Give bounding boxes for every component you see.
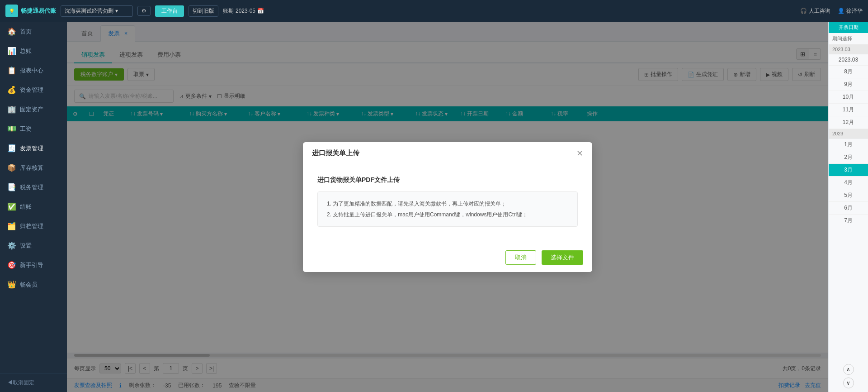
period-section-2023-prev: 2023.03 — [829, 45, 868, 54]
period-item-2023-03[interactable]: 2023.03 — [829, 54, 868, 66]
checkout-icon: ✅ — [7, 202, 16, 211]
period-item-4[interactable]: 4月 — [829, 177, 868, 189]
calendar-icon[interactable]: 📅 — [257, 8, 264, 14]
sidebar-item-funds[interactable]: 💰 资金管理 — [0, 80, 67, 100]
modal-info-item-2: 2. 支持批量上传进口报关单，mac用户使用Command键，windows用户… — [327, 209, 568, 220]
modal-info-item-1: 1. 为了更加精准的数据匹配，请先录入海关缴款书，再上传对应的报关单； — [327, 198, 568, 209]
period-item-10[interactable]: 10月 — [829, 91, 868, 104]
sidebar-item-invoice[interactable]: 🧾 发票管理 — [0, 139, 67, 158]
open-date-btn[interactable]: 开票日期 — [829, 22, 868, 33]
modal-footer: 取消 选择文件 — [303, 245, 592, 272]
period-panel-header: 期间选择 — [829, 33, 868, 45]
salary-icon: 💵 — [7, 124, 16, 133]
scroll-down-btn[interactable]: ∨ — [843, 378, 854, 388]
logo-icon: 💡 — [5, 5, 18, 17]
sidebar-item-checkout[interactable]: ✅ 结账 — [0, 197, 67, 216]
period-item-6[interactable]: 6月 — [829, 202, 868, 215]
period-item-3-active[interactable]: 3月 — [829, 164, 868, 177]
sidebar-item-settings[interactable]: ⚙️ 设置 — [0, 236, 67, 255]
member-icon: 👑 — [7, 280, 16, 289]
period-item-1[interactable]: 1月 — [829, 139, 868, 151]
headset-icon: 🎧 — [800, 8, 807, 14]
period-panel: 开票日期 期间选择 2023.03 2023.03 8月 9月 10月 11月 … — [828, 22, 868, 392]
modal-section-title: 进口货物报关单PDF文件上传 — [317, 176, 578, 184]
modal-import-customs: 进口报关单上传 ✕ 进口货物报关单PDF文件上传 1. 为了更加精准的数据匹配，… — [303, 142, 592, 272]
sidebar-item-reports[interactable]: 📋 报表中心 — [0, 61, 67, 80]
modal-cancel-btn[interactable]: 取消 — [505, 250, 536, 265]
invoice-icon: 🧾 — [7, 144, 16, 153]
sidebar-item-inventory[interactable]: 📦 库存核算 — [0, 158, 67, 177]
period-item-11[interactable]: 11月 — [829, 104, 868, 116]
period-item-5[interactable]: 5月 — [829, 189, 868, 202]
funds-icon: 💰 — [7, 86, 16, 94]
scroll-up-btn[interactable]: ∧ — [843, 364, 854, 375]
user-icon: 👤 — [838, 8, 844, 14]
period-item-2[interactable]: 2月 — [829, 151, 868, 164]
modal-body: 进口货物报关单PDF文件上传 1. 为了更加精准的数据匹配，请先录入海关缴款书，… — [303, 165, 592, 245]
switch-old-btn[interactable]: 切到旧版 — [189, 5, 218, 17]
period-item-12[interactable]: 12月 — [829, 116, 868, 129]
modal-close-btn[interactable]: ✕ — [576, 148, 583, 158]
user-profile[interactable]: 👤 徐泽华 — [838, 7, 863, 15]
modal-info-box: 1. 为了更加精准的数据匹配，请先录入海关缴款书，再上传对应的报关单； 2. 支… — [317, 191, 578, 227]
archive-icon: 🗂️ — [7, 222, 16, 230]
sidebar-item-tax[interactable]: 📑 税务管理 — [0, 177, 67, 197]
content-area: 首页 发票 × 销项发票 进项发票 费用小票 ⊞ ≡ — [67, 22, 828, 392]
period-info: 账期 2023-05 📅 — [223, 7, 264, 15]
period-item-8[interactable]: 8月 — [829, 66, 868, 78]
sidebar-item-ledger[interactable]: 📊 总账 — [0, 41, 67, 61]
sidebar-item-guide[interactable]: 🎯 新手引导 — [0, 255, 67, 275]
sidebar-item-salary[interactable]: 💵 工资 — [0, 119, 67, 139]
company-selector[interactable]: 沈海英测试经营勿删 ▾ — [61, 5, 133, 17]
sidebar-item-assets[interactable]: 🏢 固定资产 — [0, 100, 67, 119]
modal-select-file-btn[interactable]: 选择文件 — [542, 250, 583, 265]
modal-title: 进口报关单上传 — [312, 149, 359, 158]
company-settings-btn[interactable]: ⚙ — [137, 6, 151, 16]
sidebar-item-home[interactable]: 🏠 首页 — [0, 22, 67, 41]
reports-icon: 📋 — [7, 66, 16, 75]
sidebar: 🏠 首页 📊 总账 📋 报表中心 💰 资金管理 🏢 固定资产 💵 工资 — [0, 22, 67, 392]
home-icon: 🏠 — [7, 27, 16, 36]
unpin-btn[interactable]: ◀取消固定 — [0, 373, 67, 392]
inventory-icon: 📦 — [7, 163, 16, 172]
guide-icon: 🎯 — [7, 261, 16, 269]
settings-icon: ⚙️ — [7, 241, 16, 250]
ledger-icon: 📊 — [7, 47, 16, 55]
sidebar-item-member[interactable]: 👑 畅会员 — [0, 275, 67, 294]
period-item-9[interactable]: 9月 — [829, 78, 868, 91]
app-logo: 💡 畅捷通易代账 — [5, 5, 56, 17]
chevron-down-icon: ▾ — [115, 8, 118, 14]
panel-controls: ∧ ∨ — [829, 360, 868, 392]
workspace-btn[interactable]: 工作台 — [155, 5, 184, 17]
service-btn[interactable]: 🎧 人工咨询 — [800, 7, 830, 15]
period-item-7[interactable]: 7月 — [829, 215, 868, 227]
modal-overlay: 进口报关单上传 ✕ 进口货物报关单PDF文件上传 1. 为了更加精准的数据匹配，… — [67, 22, 828, 392]
top-right-area: 🎧 人工咨询 👤 徐泽华 — [800, 7, 863, 15]
modal-header: 进口报关单上传 ✕ — [303, 142, 592, 165]
tax-icon: 📑 — [7, 183, 16, 191]
assets-icon: 🏢 — [7, 105, 16, 114]
top-bar: 💡 畅捷通易代账 沈海英测试经营勿删 ▾ ⚙ 工作台 切到旧版 账期 2023-… — [0, 0, 868, 22]
sidebar-item-archive[interactable]: 🗂️ 归档管理 — [0, 216, 67, 236]
period-section-2023: 2023 — [829, 129, 868, 139]
